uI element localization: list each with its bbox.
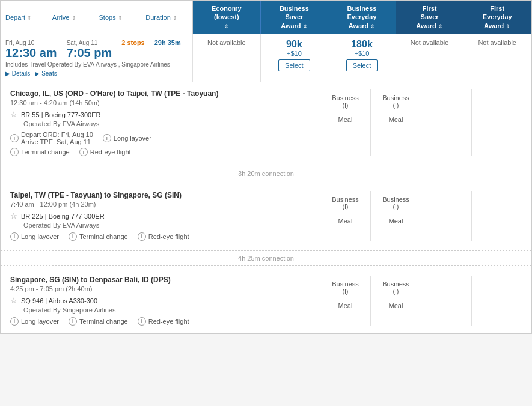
seg3-biz-everyday-detail: Business(l)Meal (370, 276, 421, 326)
flight-actions: ▶ Details ▶ Seats (5, 70, 188, 77)
arrive-sort-arrow: ⇕ (72, 15, 76, 21)
seg1-notice-terminal: i Terminal change (10, 148, 70, 156)
seg3-flight-info: SQ 946 | Airbus A330-300 (21, 297, 97, 304)
duration: 29h 35m (154, 39, 181, 46)
seg3-redeye-text: Red-eye flight (148, 318, 189, 325)
seg1-notice-dates-text: Depart ORD: Fri, Aug 10Arrive TPE: Sat, … (21, 131, 93, 145)
seg3-info-icon-2: i (69, 317, 77, 326)
seg1-long-layover-text: Long layover (114, 135, 151, 142)
seg2-info-icon-1: i (10, 232, 19, 241)
award-header-economy: Economy(lowest)⇕ (193, 1, 261, 34)
seg2-notices: i Long layover i Terminal change i Red-e… (10, 232, 320, 241)
economy-not-available: Not available (207, 39, 246, 46)
sort-arrive[interactable]: Arrive ⇕ (50, 14, 97, 21)
seg2-flight-info: BR 225 | Boeing 777-300ER (21, 213, 105, 220)
seg1-operated: Operated By EVA Airways (23, 120, 320, 127)
seg2-first-everyday-detail (471, 191, 522, 241)
seg2-notice-terminal: i Terminal change (69, 232, 128, 241)
stops: 2 stops (121, 39, 145, 46)
seg3-biz-saver-detail: Business(l)Meal (320, 276, 370, 326)
first-saver-not-available: Not available (411, 39, 449, 46)
award-header-biz-everyday: BusinessEverydayAward ⇕ (328, 1, 396, 34)
seg1-notice-dates: i Depart ORD: Fri, Aug 10Arrive TPE: Sat… (10, 131, 93, 145)
seats-button[interactable]: ▶ Seats (35, 70, 57, 77)
award-data-cells: Not available 90k +$10 Select 180k +$10 … (193, 34, 531, 82)
segment-2: Taipei, TW (TPE - Taoyuan) to Singapore,… (1, 184, 531, 248)
biz-everyday-plus: +$10 (331, 50, 393, 57)
details-panel: Chicago, IL, US (ORD - O'Hare) to Taipei… (1, 82, 531, 333)
biz-saver-miles: 90k (263, 39, 326, 50)
seg1-notices-2: i Terminal change i Red-eye flight (10, 148, 320, 156)
biz-everyday-cell: 180k +$10 Select (328, 34, 396, 82)
seg3-info-icon-3: i (138, 317, 146, 326)
seg3-notice-terminal: i Terminal change (69, 317, 128, 326)
seg2-biz-everyday-detail: Business(l)Meal (370, 191, 421, 241)
seg3-title: Singapore, SG (SIN) to Denpasar Bali, ID… (10, 276, 320, 284)
seg1-biz-everyday-detail: Business(l)Meal (370, 89, 421, 156)
sort-depart[interactable]: Depart ⇕ (3, 14, 50, 21)
seg3-notices: i Long layover i Terminal change i Red-e… (10, 317, 320, 326)
seg3-notice-long-layover: i Long layover (10, 317, 59, 326)
segment-3: Singapore, SG (SIN) to Denpasar Bali, ID… (1, 268, 531, 333)
seg1-flight-info: BR 55 | Boeing 777-300ER (21, 111, 101, 118)
award-cols-header: Economy(lowest)⇕ BusinessSaverAward ⇕ Bu… (193, 1, 531, 34)
seg2-time: 7:40 am - 12:00 pm (4h 20m) (10, 201, 320, 208)
seg3-first-saver-detail (421, 276, 471, 326)
connection-2: 4h 25m connection (1, 250, 531, 266)
biz-everyday-select-button[interactable]: Select (346, 59, 378, 71)
seg1-info-icon-3: i (10, 148, 19, 156)
operated-by: Includes Travel Operated By EVA Airways … (5, 61, 188, 68)
flight-info: Fri, Aug 10 12:30 am Sat, Aug 11 7:05 pm… (1, 34, 193, 82)
seg1-info-icon-2: i (103, 134, 111, 142)
biz-saver-plus: +$10 (263, 50, 326, 57)
seg3-first-everyday-detail (471, 276, 522, 326)
seg2-info-icon-3: i (138, 232, 146, 241)
seg1-first-saver-detail (421, 89, 471, 156)
seg1-time: 12:30 am - 4:20 am (14h 50m) (10, 99, 320, 106)
seg2-title: Taipei, TW (TPE - Taoyuan) to Singapore,… (10, 191, 320, 199)
seg2-flight-row: ☆ BR 225 | Boeing 777-300ER (10, 211, 320, 220)
seg3-operated: Operated By Singapore Airlines (23, 306, 320, 314)
seg1-notice-long-layover: i Long layover (103, 131, 151, 145)
biz-everyday-miles: 180k (331, 39, 393, 50)
seg2-biz-saver-detail: Business(l)Meal (320, 191, 370, 241)
seg3-terminal-text: Terminal change (79, 318, 128, 325)
seg1-terminal-text: Terminal change (21, 148, 70, 156)
details-icon: ▶ (5, 70, 10, 77)
biz-saver-select-button[interactable]: Select (278, 59, 310, 71)
sort-duration[interactable]: Duration ⇕ (143, 14, 190, 21)
seats-icon: ▶ (35, 70, 40, 77)
stops-sort-arrow: ⇕ (118, 15, 123, 21)
seg2-notice-redeye: i Red-eye flight (138, 232, 189, 241)
arrive-date: Sat, Aug 11 (67, 40, 112, 46)
seg1-flight-row: ☆ BR 55 | Boeing 777-300ER (10, 110, 320, 119)
award-header-first-everyday: FirstEverydayAward ⇕ (463, 1, 531, 34)
first-everyday-cell: Not available (463, 34, 531, 82)
seg2-terminal-text: Terminal change (79, 233, 128, 240)
seg1-info-icon-4: i (79, 148, 88, 156)
seg2-info-icon-2: i (69, 232, 77, 241)
seg1-info-icon-1: i (10, 134, 19, 142)
sort-stops[interactable]: Stops ⇕ (97, 14, 144, 21)
flight-summary-row: Fri, Aug 10 12:30 am Sat, Aug 11 7:05 pm… (1, 34, 531, 82)
seg1-title: Chicago, IL, US (ORD - O'Hare) to Taipei… (10, 89, 320, 98)
seg1-biz-saver-detail: Business(l)Meal (320, 89, 370, 156)
sort-cols-header: Depart ⇕ Arrive ⇕ Stops ⇕ Duration ⇕ (1, 1, 193, 34)
seg3-info-icon-1: i (10, 317, 19, 326)
award-header-first-saver: FirstSaverAward ⇕ (396, 1, 464, 34)
seg2-first-saver-detail (421, 191, 471, 241)
seg2-star-icon: ☆ (10, 211, 17, 220)
seg3-flight-row: ☆ SQ 946 | Airbus A330-300 (10, 296, 320, 305)
seg2-redeye-text: Red-eye flight (148, 233, 189, 240)
details-button[interactable]: ▶ Details (5, 70, 30, 77)
first-everyday-not-available: Not available (478, 39, 516, 46)
seg3-time: 4:25 pm - 7:05 pm (2h 40m) (10, 285, 320, 292)
seg1-notice-redeye: i Red-eye flight (79, 148, 131, 156)
economy-cell: Not available (193, 34, 261, 82)
seg3-star-icon: ☆ (10, 296, 17, 305)
biz-saver-cell: 90k +$10 Select (261, 34, 329, 82)
seg1-first-everyday-detail (471, 89, 522, 156)
seg1-redeye-text: Red-eye flight (90, 148, 131, 156)
seg3-notice-redeye: i Red-eye flight (138, 317, 189, 326)
seg2-long-layover-text: Long layover (21, 233, 59, 240)
